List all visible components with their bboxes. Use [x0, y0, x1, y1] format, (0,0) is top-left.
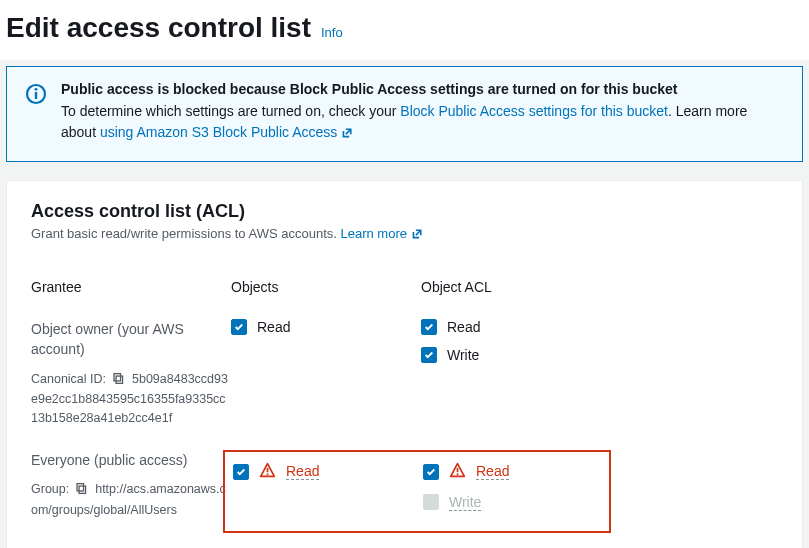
info-link[interactable]: Info	[321, 25, 343, 40]
alert-title: Public access is blocked because Block P…	[61, 81, 784, 97]
learn-more-link[interactable]: Learn more	[340, 226, 406, 241]
svg-rect-10	[457, 473, 459, 475]
svg-rect-3	[116, 376, 123, 383]
acl-panel: Access control list (ACL) Grant basic re…	[6, 180, 803, 548]
owner-acl-write-checkbox[interactable]	[421, 347, 437, 363]
everyone-permissions-highlight: Read Read Write	[223, 450, 611, 533]
everyone-acl-read-label: Read	[476, 463, 509, 480]
page-title: Edit access control list	[6, 12, 311, 44]
svg-rect-4	[114, 373, 121, 380]
owner-objects-read-checkbox[interactable]	[231, 319, 247, 335]
grantee-everyone-name: Everyone (public access)	[31, 450, 231, 470]
everyone-acl-read-checkbox[interactable]	[423, 464, 439, 480]
warning-icon	[449, 462, 466, 482]
col-object-acl: Object ACL	[421, 279, 611, 295]
panel-subtitle: Grant basic read/write permissions to AW…	[31, 226, 778, 243]
col-grantee: Grantee	[31, 279, 231, 295]
everyone-objects-read-checkbox[interactable]	[233, 464, 249, 480]
owner-acl-read-label: Read	[447, 319, 480, 335]
warning-icon	[259, 462, 276, 482]
info-icon	[25, 83, 47, 145]
svg-rect-6	[77, 484, 84, 491]
alert-text: To determine which settings are turned o…	[61, 101, 784, 145]
svg-rect-8	[267, 473, 269, 475]
svg-rect-9	[457, 468, 459, 472]
owner-acl-read-checkbox[interactable]	[421, 319, 437, 335]
block-public-access-docs-link[interactable]: using Amazon S3 Block Public Access	[100, 124, 337, 140]
panel-title: Access control list (ACL)	[31, 201, 778, 222]
external-link-icon	[411, 227, 424, 243]
owner-objects-read-label: Read	[257, 319, 290, 335]
grantee-owner: Object owner (your AWS account) Canonica…	[31, 319, 231, 428]
col-objects: Objects	[231, 279, 421, 295]
grantee-owner-name: Object owner (your AWS account)	[31, 319, 231, 360]
svg-rect-2	[35, 92, 37, 99]
everyone-objects-read-label: Read	[286, 463, 319, 480]
block-public-access-settings-link[interactable]: Block Public Access settings for this bu…	[400, 103, 668, 119]
grantee-everyone: Everyone (public access) Group: http://a…	[31, 450, 231, 533]
svg-point-1	[35, 88, 38, 91]
canonical-id-label: Canonical ID:	[31, 372, 106, 386]
group-label: Group:	[31, 482, 69, 496]
everyone-acl-write-label: Write	[449, 494, 481, 511]
copy-icon[interactable]	[112, 372, 125, 391]
copy-icon[interactable]	[75, 482, 88, 501]
svg-rect-7	[267, 468, 269, 472]
owner-acl-write-label: Write	[447, 347, 479, 363]
svg-rect-5	[79, 486, 86, 493]
info-alert: Public access is blocked because Block P…	[6, 66, 803, 162]
everyone-acl-write-checkbox	[423, 494, 439, 510]
external-link-icon	[341, 124, 354, 145]
